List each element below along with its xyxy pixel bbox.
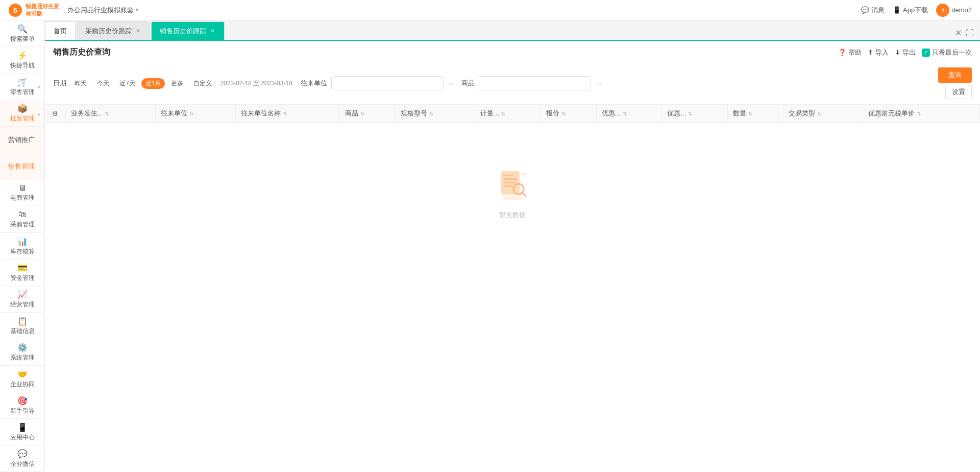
sidebar-item-purchase[interactable]: 🛍 采购管理 xyxy=(0,206,44,233)
top-header: 6 畅捷通好生意 标准版 办公用品行业模拟账套 ▾ 💬 消息 📱 App下载 d… xyxy=(0,0,980,20)
sidebar-item-retail[interactable]: 🛒 零售管理 ▾ xyxy=(0,74,44,100)
sidebar-item-operation[interactable]: 📈 经营管理 xyxy=(0,286,44,313)
sidebar-item-system[interactable]: ⚙️ 系统管理 xyxy=(0,339,44,366)
sidebar-item-wholesale[interactable]: 📦 批发管理 ▴ xyxy=(0,100,44,127)
data-table: ⚙ 业务发生... ⇅ 往来单位 xyxy=(45,105,980,123)
sort-icon: ⇅ xyxy=(283,111,287,116)
page-content: 销售历史价查询 ❓ 帮助 ⬆ 导入 ⬇ 导出 ✓ xyxy=(45,41,980,472)
handshake-icon: 🤝 xyxy=(17,369,28,379)
date-btn-more[interactable]: 更多 xyxy=(167,78,187,89)
sort-icon: ⇅ xyxy=(561,111,566,116)
goods-filter-group: 商品 ··· xyxy=(461,76,601,90)
message-icon: 💬 xyxy=(861,6,869,14)
date-btn-yesterday[interactable]: 昨天 xyxy=(70,78,91,89)
tab-purchase-history[interactable]: 采购历史价跟踪 ✕ xyxy=(77,21,150,40)
export-button[interactable]: ⬇ 导出 xyxy=(895,48,916,57)
page-title: 销售历史价查询 xyxy=(53,47,110,58)
logo-icon: 6 xyxy=(8,3,22,17)
goods-input[interactable] xyxy=(479,76,591,90)
col-partner-name[interactable]: 往来单位名称 ⇅ xyxy=(235,105,340,123)
col-qty[interactable]: 数量 ⇅ xyxy=(728,105,783,123)
gear-icon: ⚙️ xyxy=(17,343,28,352)
col-pretax-price[interactable]: 优惠前无税单价 ⇅ xyxy=(863,105,980,123)
target-icon: 🎯 xyxy=(17,396,28,406)
user-area[interactable]: d demo2 xyxy=(936,4,972,17)
sidebar-item-appstore[interactable]: 📱 应用中心 xyxy=(0,419,44,445)
sidebar-item-finance[interactable]: 💳 资金管理 xyxy=(0,259,44,286)
col-trade-type[interactable]: 交易类型 ⇅ xyxy=(783,105,863,123)
date-btn-last1m[interactable]: 近1月 xyxy=(141,78,165,89)
chevron-right-icon: ▾ xyxy=(38,84,40,89)
maximize-button[interactable]: ⛶ xyxy=(966,29,974,38)
sort-icon: ⇅ xyxy=(817,111,821,116)
svg-text:✦: ✦ xyxy=(522,172,526,177)
card-icon: 💳 xyxy=(17,263,28,273)
help-button[interactable]: ❓ 帮助 xyxy=(838,48,862,57)
close-all-tabs-button[interactable]: ✕ xyxy=(955,28,962,38)
sidebar-item-basic[interactable]: 📋 基础信息 xyxy=(0,313,44,339)
sidebar-item-search[interactable]: 🔍 搜索菜单 xyxy=(0,20,44,47)
chart-icon: 📊 xyxy=(17,237,28,246)
date-btn-last7[interactable]: 近7天 xyxy=(115,78,139,89)
svg-text:✦: ✦ xyxy=(498,178,502,182)
trend-icon: 📈 xyxy=(17,290,28,299)
partner-filter-group: 往来单位 ··· xyxy=(301,76,454,90)
sidebar-item-wechat[interactable]: 💬 企业微信 xyxy=(0,445,44,472)
settings-icon: ⚙ xyxy=(52,110,58,117)
sidebar-item-sales[interactable]: 销售管理 xyxy=(0,153,44,180)
sidebar: 🔍 搜索菜单 ⚡ 快捷导航 🛒 零售管理 ▾ 📦 批发管理 ▴ 营销推广 销售管… xyxy=(0,20,45,472)
message-button[interactable]: 💬 消息 xyxy=(861,6,885,15)
only-last-checkbox-area[interactable]: ✓ 只看最后一次 xyxy=(922,48,972,57)
date-range-text: 2023-02-18 至 2023-03-18 xyxy=(220,79,292,88)
app-selector-label: 办公用品行业模拟账套 xyxy=(67,6,134,15)
col-biz-date[interactable]: 业务发生... ⇅ xyxy=(65,105,156,123)
help-icon: ❓ xyxy=(838,49,846,56)
sidebar-item-newuser[interactable]: 🎯 新手引导 xyxy=(0,392,44,419)
partner-picker-button[interactable]: ··· xyxy=(448,79,454,87)
header-right: 💬 消息 📱 App下载 d demo2 xyxy=(861,4,972,17)
setting-button[interactable]: 设置 xyxy=(945,85,972,99)
date-btn-today[interactable]: 今天 xyxy=(93,78,113,89)
query-button[interactable]: 查询 xyxy=(938,67,972,83)
goods-picker-button[interactable]: ··· xyxy=(595,79,601,87)
tab-close-sales[interactable]: ✕ xyxy=(209,27,216,35)
search-icon: 🔍 xyxy=(17,24,28,34)
col-spec[interactable]: 规格型号 ⇅ xyxy=(395,105,475,123)
sort-icon: ⇅ xyxy=(748,111,752,116)
tab-bar: 首页 采购历史价跟踪 ✕ 销售历史价跟踪 ✕ ✕ ⛶ xyxy=(45,20,980,41)
col-discount1[interactable]: 优惠... ⇅ xyxy=(596,105,662,123)
date-btn-custom[interactable]: 自定义 xyxy=(189,78,216,89)
download-icon: 📱 xyxy=(893,6,901,14)
tab-sales-history[interactable]: 销售历史价跟踪 ✕ xyxy=(151,21,225,40)
import-icon: ⬆ xyxy=(868,49,873,56)
partner-input[interactable] xyxy=(331,76,444,90)
sidebar-item-ecommerce[interactable]: 🖥 电商管理 xyxy=(0,180,44,206)
app-download-button[interactable]: 📱 App下载 xyxy=(893,6,928,15)
sidebar-item-inventory[interactable]: 📊 库存核算 xyxy=(0,233,44,259)
app-selector[interactable]: 办公用品行业模拟账套 ▾ xyxy=(63,4,142,17)
tab-home[interactable]: 首页 xyxy=(45,21,76,40)
sort-icon: ⇅ xyxy=(360,111,364,116)
tab-close-purchase[interactable]: ✕ xyxy=(135,27,141,35)
list-icon: 📋 xyxy=(17,316,28,326)
svg-point-2 xyxy=(502,196,523,200)
sort-icon: ⇅ xyxy=(429,111,433,116)
col-goods[interactable]: 商品 ⇅ xyxy=(340,105,396,123)
table-settings-col[interactable]: ⚙ xyxy=(45,105,65,123)
col-partner-code[interactable]: 往来单位 ⇅ xyxy=(156,105,236,123)
empty-text: 暂无数据 xyxy=(499,210,526,220)
sidebar-item-enterprise[interactable]: 🤝 企业协同 xyxy=(0,366,44,392)
logo-text: 畅捷通好生意 标准版 xyxy=(26,3,59,16)
import-button[interactable]: ⬆ 导入 xyxy=(868,48,889,57)
col-discount2[interactable]: 优惠... ⇅ xyxy=(662,105,728,123)
sidebar-item-marketing[interactable]: 营销推广 xyxy=(0,127,44,153)
svg-text:6: 6 xyxy=(13,6,17,14)
logo-area: 6 畅捷通好生意 标准版 xyxy=(8,3,59,17)
sidebar-item-quick[interactable]: ⚡ 快捷导航 xyxy=(0,47,44,74)
sort-icon: ⇅ xyxy=(623,111,627,116)
only-last-checkbox[interactable]: ✓ xyxy=(922,49,930,57)
col-price[interactable]: 报价 ⇅ xyxy=(541,105,597,123)
table-header-row: ⚙ 业务发生... ⇅ 往来单位 xyxy=(45,105,980,123)
export-icon: ⬇ xyxy=(895,49,900,56)
col-unit[interactable]: 计量... ⇅ xyxy=(475,105,541,123)
